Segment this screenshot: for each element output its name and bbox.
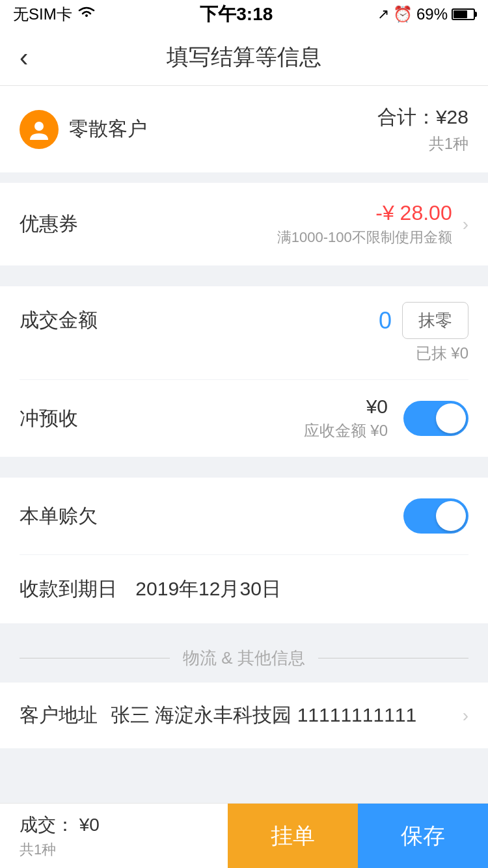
bottom-bar: 成交： ¥0 共1种 挂单 保存 — [0, 803, 488, 868]
location-icon: ↗ — [377, 6, 389, 23]
prepay-label: 冲预收 — [20, 405, 78, 432]
coupon-row[interactable]: 优惠券 -¥ 28.00 满1000-100不限制使用金额 › — [0, 183, 488, 265]
wifi-icon — [77, 5, 96, 23]
status-right: ↗ ⏰ 69% — [377, 5, 475, 23]
save-button[interactable]: 保存 — [358, 804, 488, 868]
amount-sub: 已抹 ¥0 — [20, 343, 468, 364]
coupon-card[interactable]: 优惠券 -¥ 28.00 满1000-100不限制使用金额 › — [0, 183, 488, 265]
coupon-right: -¥ 28.00 满1000-100不限制使用金额 › — [277, 201, 468, 247]
status-left: 无SIM卡 — [13, 4, 96, 25]
amount-top: 成交金额 0 抹零 — [20, 302, 468, 339]
due-date-row: 收款到期日 2019年12月30日 — [0, 555, 488, 623]
credit-toggle-knob — [436, 501, 466, 531]
total-count: 共1种 — [377, 133, 468, 154]
prepay-row: 冲预收 ¥0 应收金额 ¥0 — [0, 380, 488, 457]
coupon-desc: 满1000-100不限制使用金额 — [277, 228, 452, 247]
credit-toggle[interactable] — [403, 498, 468, 534]
bottom-deal: 成交： ¥0 — [20, 813, 208, 837]
carrier-label: 无SIM卡 — [13, 4, 72, 25]
round-off-button[interactable]: 抹零 — [402, 302, 468, 339]
credit-card: 本单赊欠 收款到期日 2019年12月30日 — [0, 478, 488, 623]
chevron-right-icon: › — [463, 214, 468, 235]
customer-row: 零散客户 合计：¥28 共1种 — [0, 86, 488, 172]
bottom-deal-amount: ¥0 — [79, 815, 100, 835]
content: 零散客户 合计：¥28 共1种 优惠券 -¥ 28.00 满1000-100不限… — [0, 86, 488, 868]
address-chevron-icon: › — [463, 705, 468, 726]
credit-label: 本单赊欠 — [20, 503, 98, 530]
bottom-info: 成交： ¥0 共1种 — [0, 813, 228, 860]
transaction-amount-row: 成交金额 0 抹零 已抹 ¥0 — [0, 286, 488, 379]
avatar — [20, 110, 59, 149]
due-date-label: 收款到期日 — [20, 578, 117, 599]
bottom-deal-label: 成交： — [20, 815, 74, 835]
transaction-value[interactable]: 0 — [379, 307, 392, 334]
logistics-label: 物流 & 其他信息 — [183, 647, 305, 670]
hold-button[interactable]: 挂单 — [228, 804, 358, 868]
logistics-section-divider: 物流 & 其他信息 — [0, 634, 488, 683]
address-label: 客户地址 — [20, 702, 98, 729]
prepay-receivable: 应收金额 ¥0 — [78, 420, 388, 441]
logistics-line-left — [20, 658, 170, 658]
svg-point-0 — [34, 122, 44, 131]
section-divider-2 — [0, 467, 488, 478]
logistics-line-right — [318, 658, 468, 658]
bottom-count: 共1种 — [20, 840, 208, 860]
battery-icon — [452, 8, 475, 20]
battery-percent: 69% — [416, 5, 448, 23]
due-date-value: 2019年12月30日 — [135, 578, 280, 599]
address-card[interactable]: 客户地址 张三 海淀永丰科技园 11111111111 › — [0, 683, 488, 748]
alarm-icon: ⏰ — [393, 5, 413, 23]
prepay-toggle[interactable] — [403, 401, 468, 436]
section-divider-1 — [0, 276, 488, 286]
credit-row: 本单赊欠 — [0, 478, 488, 554]
amount-controls: 0 抹零 — [379, 302, 468, 339]
transaction-card: 成交金额 0 抹零 已抹 ¥0 冲预收 ¥0 应收金额 ¥0 — [0, 286, 488, 457]
total-amount: 合计：¥28 — [377, 104, 468, 131]
page-title: 填写结算等信息 — [167, 42, 321, 72]
coupon-info: -¥ 28.00 满1000-100不限制使用金额 — [277, 201, 452, 247]
prepay-center: ¥0 应收金额 ¥0 — [78, 396, 403, 441]
coupon-label: 优惠券 — [20, 211, 78, 237]
customer-name: 零散客户 — [69, 116, 147, 142]
address-row[interactable]: 客户地址 张三 海淀永丰科技园 11111111111 › — [0, 683, 488, 748]
status-time: 下午3:18 — [200, 2, 273, 27]
prepay-amount: ¥0 — [78, 396, 388, 418]
nav-bar: ‹ 填写结算等信息 — [0, 29, 488, 86]
customer-left: 零散客户 — [20, 110, 147, 149]
back-button[interactable]: ‹ — [20, 44, 28, 70]
status-bar: 无SIM卡 下午3:18 ↗ ⏰ 69% — [0, 0, 488, 29]
customer-card: 零散客户 合计：¥28 共1种 — [0, 86, 488, 172]
address-value: 张三 海淀永丰科技园 11111111111 — [111, 702, 450, 729]
transaction-label: 成交金额 — [20, 307, 98, 334]
toggle-knob — [436, 403, 466, 433]
customer-right: 合计：¥28 共1种 — [377, 104, 468, 154]
coupon-amount: -¥ 28.00 — [277, 201, 452, 225]
